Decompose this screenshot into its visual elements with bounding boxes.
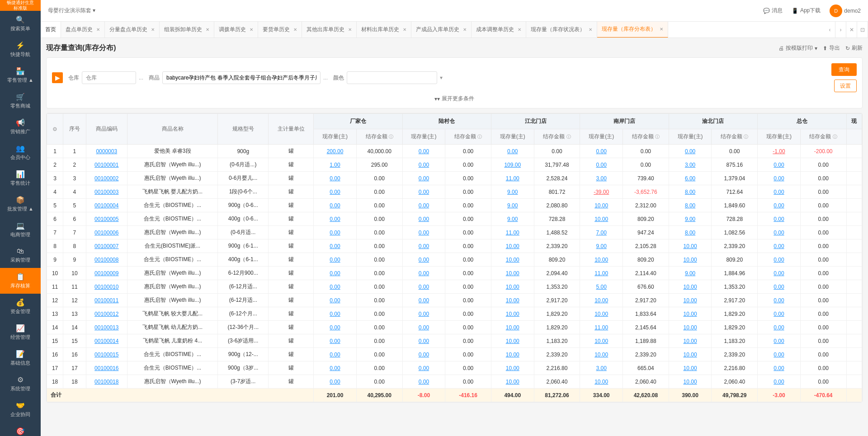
col-gear[interactable]: ⚙ xyxy=(47,114,63,145)
tab-product-in[interactable]: 产成品入库单历史✕ xyxy=(411,22,472,38)
cell-w5s[interactable]: 10.00 xyxy=(669,334,712,348)
cell-w4s[interactable]: 0.00 xyxy=(580,158,623,172)
cell-code[interactable]: 00100002 xyxy=(86,172,127,185)
setting-btn[interactable]: 设置 xyxy=(834,80,857,92)
cell-code[interactable]: 00100008 xyxy=(86,253,127,267)
cell-code[interactable]: 0000003 xyxy=(86,145,127,158)
cell-w4s[interactable]: 3.00 xyxy=(580,361,623,375)
cell-w1s[interactable]: 0.00 xyxy=(314,334,357,348)
cell-w3s[interactable]: 10.00 xyxy=(491,294,534,307)
cell-w5s[interactable]: 10.00 xyxy=(669,321,712,334)
tab-close-branch-count[interactable]: ✕ xyxy=(151,27,155,32)
cell-w4s[interactable]: 10.00 xyxy=(580,212,623,226)
cell-w1s[interactable]: 0.00 xyxy=(314,172,357,185)
cell-w5s[interactable]: 10.00 xyxy=(669,348,712,361)
goods-input[interactable] xyxy=(162,71,321,84)
cell-totals[interactable]: 0.00 xyxy=(758,280,801,294)
color-input[interactable] xyxy=(347,71,437,84)
cell-w2s[interactable]: 0.00 xyxy=(402,294,445,307)
cell-w1s[interactable]: 0.00 xyxy=(314,280,357,294)
cell-code[interactable]: 00100005 xyxy=(86,212,127,226)
cell-code[interactable]: 00100012 xyxy=(86,307,127,321)
cell-w4s[interactable]: 10.00 xyxy=(580,334,623,348)
cell-w3s[interactable]: 10.00 xyxy=(491,321,534,334)
cell-w2s[interactable]: 0.00 xyxy=(402,185,445,199)
cell-w4s[interactable]: 10.00 xyxy=(580,199,623,212)
cell-totals[interactable]: 0.00 xyxy=(758,239,801,253)
cell-w1s[interactable]: 200.00 xyxy=(314,145,357,158)
cell-code[interactable]: 00100009 xyxy=(86,267,127,280)
sidebar-item-retail-shop[interactable]: 🛒零售商城 xyxy=(0,88,41,114)
cell-w3s[interactable]: 10.00 xyxy=(491,375,534,389)
cell-w5s[interactable]: 0.00 xyxy=(669,145,712,158)
tab-order[interactable]: 要货单历史✕ xyxy=(258,22,302,38)
sidebar-item-inventory[interactable]: 📋库存核算 xyxy=(0,268,41,294)
tab-expand-btn[interactable]: ⊡ xyxy=(857,22,868,38)
cell-code[interactable]: 00100013 xyxy=(86,321,127,334)
org-selector[interactable]: 母婴行业演示陈套 ▾ xyxy=(48,7,95,14)
cell-w4s[interactable]: 11.00 xyxy=(580,321,623,334)
tab-close-inventory-count[interactable]: ✕ xyxy=(96,27,100,32)
cell-w4s[interactable]: 10.00 xyxy=(580,348,623,361)
cell-w5s[interactable]: 8.00 xyxy=(669,199,712,212)
print-btn[interactable]: 🖨 按模版打印 ▾ xyxy=(778,44,817,52)
cell-code[interactable]: 00100007 xyxy=(86,239,127,253)
tab-close-cost-adjust[interactable]: ✕ xyxy=(518,27,521,32)
sidebar-item-business[interactable]: 📈经营管理 xyxy=(0,319,41,345)
cell-w5s[interactable]: 10.00 xyxy=(669,375,712,389)
cell-w1s[interactable]: 0.00 xyxy=(314,307,357,321)
cell-w3s[interactable]: 10.00 xyxy=(491,348,534,361)
tab-prev-btn[interactable]: ‹ xyxy=(825,22,835,38)
cell-w3s[interactable]: 10.00 xyxy=(491,267,534,280)
cell-totals[interactable]: 0.00 xyxy=(758,294,801,307)
cell-w2s[interactable]: 0.00 xyxy=(402,212,445,226)
cell-code[interactable]: 00100016 xyxy=(86,361,127,375)
cell-totals[interactable]: 0.00 xyxy=(758,253,801,267)
cell-code[interactable]: 00100015 xyxy=(86,348,127,361)
goods-dots[interactable]: ... xyxy=(323,75,328,81)
cell-w4s[interactable]: 3.00 xyxy=(580,172,623,185)
warehouse-dots[interactable]: ... xyxy=(139,75,143,81)
cell-w5s[interactable]: 10.00 xyxy=(669,253,712,267)
cell-w2s[interactable]: 0.00 xyxy=(402,280,445,294)
cell-w1s[interactable]: 0.00 xyxy=(314,361,357,375)
cell-w1s[interactable]: 0.00 xyxy=(314,212,357,226)
sidebar-item-marketing[interactable]: 📢营销推广 xyxy=(0,114,41,140)
tab-transfer[interactable]: 调拨单历史✕ xyxy=(214,22,258,38)
cell-w4s[interactable]: 0.00 xyxy=(580,145,623,158)
export-btn[interactable]: ⬆ 导出 xyxy=(823,44,840,52)
cell-w1s[interactable]: 0.00 xyxy=(314,199,357,212)
cell-w3s[interactable]: 9.00 xyxy=(491,185,534,199)
cell-w5s[interactable]: 10.00 xyxy=(669,280,712,294)
expand-conditions[interactable]: ▾▾ 展开更多条件 xyxy=(52,95,857,103)
sidebar-item-member[interactable]: 👥会员中心 xyxy=(0,140,41,165)
cell-w5s[interactable]: 9.00 xyxy=(669,267,712,280)
cell-w4s[interactable]: 11.00 xyxy=(580,267,623,280)
cell-totals[interactable]: -1.00 xyxy=(758,145,801,158)
cell-totals[interactable]: 0.00 xyxy=(758,321,801,334)
cell-w1s[interactable]: 0.00 xyxy=(314,253,357,267)
tab-branch-count[interactable]: 分量盘点单历史✕ xyxy=(105,22,160,38)
cell-w1s[interactable]: 0.00 xyxy=(314,239,357,253)
cell-totals[interactable]: 0.00 xyxy=(758,348,801,361)
cell-w4s[interactable]: 5.00 xyxy=(580,280,623,294)
expand-btn[interactable]: ▶ xyxy=(52,72,63,83)
cell-totals[interactable]: 0.00 xyxy=(758,172,801,185)
cell-w3s[interactable]: 10.00 xyxy=(491,361,534,375)
cell-w2s[interactable]: 0.00 xyxy=(402,145,445,158)
cell-code[interactable]: 00100001 xyxy=(86,158,127,172)
sidebar-item-search[interactable]: 🔍搜索英单 xyxy=(0,11,41,37)
search-btn[interactable]: 查询 xyxy=(831,63,857,76)
cell-code[interactable]: 00100010 xyxy=(86,280,127,294)
cell-w5s[interactable]: 9.00 xyxy=(669,212,712,226)
cell-code[interactable]: 00100011 xyxy=(86,294,127,307)
tab-close-stock-dist[interactable]: ✕ xyxy=(660,27,663,32)
cell-w2s[interactable]: 0.00 xyxy=(402,375,445,389)
cell-w3s[interactable]: 11.00 xyxy=(491,226,534,239)
cell-w4s[interactable]: 10.00 xyxy=(580,375,623,389)
cell-code[interactable]: 00100018 xyxy=(86,375,127,389)
sidebar-item-purchase[interactable]: 🛍采购管理 xyxy=(0,243,41,268)
cell-w5s[interactable]: 10.00 xyxy=(669,307,712,321)
tab-other-out[interactable]: 其他出库单历史✕ xyxy=(302,22,357,38)
cell-w3s[interactable]: 9.00 xyxy=(491,212,534,226)
